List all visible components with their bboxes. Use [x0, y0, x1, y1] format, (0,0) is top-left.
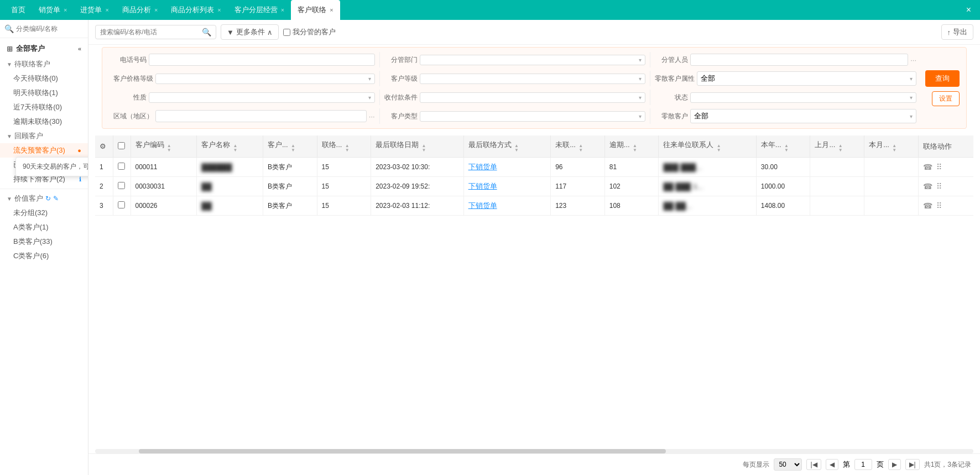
filter-person: 分管人员 ···	[650, 54, 921, 66]
sidebar-all-customers[interactable]: ⊞ 全部客户 «	[0, 40, 88, 57]
filter-department-select[interactable]: ▾	[420, 55, 646, 65]
sidebar-group-pending[interactable]: ▼ 待联络客户	[0, 57, 88, 71]
tab-customer-contact[interactable]: 客户联络 ×	[291, 0, 340, 20]
more-filter-btn[interactable]: ▼ 更多条件 ∧	[221, 24, 279, 40]
row-checkbox[interactable]	[118, 182, 125, 189]
sort-arrows-month[interactable]: ▲▼	[892, 144, 896, 153]
contact-icon[interactable]: ☎	[923, 182, 932, 191]
filter-nature-select[interactable]: ▾	[149, 92, 375, 103]
main-search-input[interactable]	[100, 28, 200, 36]
cell-contact-count: 15	[317, 177, 371, 196]
last-method-link[interactable]: 下销货单	[468, 163, 497, 171]
close-tab-customer-contact[interactable]: ×	[330, 7, 333, 13]
tab-customer-tier[interactable]: 客户分层经营 ×	[228, 0, 291, 20]
sort-arrows-type[interactable]: ▲▼	[291, 144, 295, 153]
filter-region-input[interactable]	[155, 110, 367, 122]
settings-icon[interactable]: ⚙	[100, 142, 106, 150]
filter-customer-type-select[interactable]: ▾	[420, 111, 646, 122]
chevron-down-icon: ▾	[639, 57, 642, 63]
close-tab-product-analysis[interactable]: ×	[154, 7, 158, 13]
sort-arrows-uncontacted[interactable]: ▲▼	[578, 144, 583, 153]
my-customer-checkbox[interactable]	[283, 29, 290, 36]
tab-purchase-order[interactable]: 进货单 ×	[74, 0, 115, 20]
cell-checkbox[interactable]	[113, 196, 131, 216]
arrow-icon: ▼	[7, 61, 12, 67]
more-action-icon[interactable]: ⠿	[936, 182, 942, 191]
sidebar-item-warn[interactable]: 流失预警客户(3) ●	[0, 143, 88, 158]
filter-person-input[interactable]	[690, 54, 908, 66]
sort-arrows-name[interactable]: ▲▼	[233, 144, 238, 153]
row-checkbox[interactable]	[118, 201, 125, 208]
sidebar-item-classA[interactable]: A类客户(1)	[0, 220, 88, 234]
horizontal-scrollbar[interactable]	[95, 449, 973, 453]
sidebar-group-review[interactable]: ▼ 回顾客户	[0, 129, 88, 143]
per-page-select[interactable]: 50 100	[774, 458, 802, 471]
filter-retail-attr-select[interactable]: 全部 ▾	[697, 71, 916, 86]
last-method-link[interactable]: 下销货单	[468, 201, 497, 210]
main-search-icon[interactable]: 🔍	[202, 28, 211, 36]
sidebar-item-week[interactable]: 近7天待联络(0)	[0, 100, 88, 114]
refresh-icon-value[interactable]: ↻	[45, 195, 51, 202]
contact-icon[interactable]: ☎	[923, 201, 932, 210]
close-tab-sales-order[interactable]: ×	[64, 7, 67, 13]
tab-product-analysis-list[interactable]: 商品分析列表 ×	[164, 0, 227, 20]
sidebar-item-today[interactable]: 今天待联络(0)	[0, 71, 88, 86]
sort-arrows-lmonth[interactable]: ▲▼	[838, 144, 843, 153]
sidebar-item-classC[interactable]: C类客户(6)	[0, 249, 88, 263]
tab-product-analysis[interactable]: 商品分析 ×	[116, 0, 164, 20]
select-all-checkbox[interactable]	[118, 142, 125, 149]
export-btn[interactable]: ↑ 导出	[941, 24, 974, 40]
scroll-thumb[interactable]	[139, 449, 666, 453]
close-tab-purchase-order[interactable]: ×	[105, 7, 108, 13]
page-input[interactable]	[854, 459, 872, 470]
first-page-btn[interactable]: |◀	[806, 459, 821, 470]
sort-arrows-date[interactable]: ▲▼	[422, 144, 426, 153]
tab-home[interactable]: 首页	[4, 0, 32, 20]
sidebar-item-overdue[interactable]: 逾期未联络(30)	[0, 114, 88, 129]
more-action-icon[interactable]: ⠿	[936, 163, 942, 171]
window-close-btn[interactable]: ×	[962, 5, 976, 15]
sort-arrows-overdue[interactable]: ▲▼	[633, 144, 637, 153]
sort-arrows-person[interactable]: ▲▼	[717, 144, 721, 153]
close-tab-product-analysis-list[interactable]: ×	[217, 7, 221, 13]
filter-panel-wrap: 电话号码 分管部门 ▾	[88, 45, 980, 135]
chevron-down-icon-9: ▾	[910, 113, 913, 119]
next-page-btn[interactable]: ▶	[888, 459, 901, 470]
filter-customer-level-select[interactable]: ▾	[420, 74, 646, 84]
sidebar-item-classB[interactable]: B类客户(33)	[0, 234, 88, 249]
cell-checkbox[interactable]	[113, 177, 131, 196]
sort-arrows-contact[interactable]: ▲▼	[345, 144, 350, 153]
more-action-icon[interactable]: ⠿	[936, 201, 942, 210]
chevron-down-icon-3: ▾	[639, 76, 642, 82]
last-method-link[interactable]: 下销货单	[468, 182, 497, 190]
cell-checkbox[interactable]	[113, 158, 131, 177]
close-tab-customer-tier[interactable]: ×	[281, 7, 284, 13]
sort-arrows-year[interactable]: ▲▼	[784, 144, 789, 153]
edit-icon-value[interactable]: ✎	[53, 195, 59, 202]
sort-arrows-code[interactable]: ▲▼	[167, 144, 171, 153]
sidebar-item-tomorrow[interactable]: 明天待联络(1)	[0, 86, 88, 100]
cell-last-month	[810, 196, 864, 216]
more-dots-icon-person[interactable]: ···	[910, 56, 916, 64]
sidebar-group-value[interactable]: ▼ 价值客户 ↻ ✎	[0, 191, 88, 206]
my-customer-checkbox-wrap[interactable]: 我分管的客户	[283, 27, 336, 37]
settings-btn[interactable]: 设置	[932, 91, 960, 106]
filter-phone-input[interactable]	[149, 54, 375, 66]
filter-payment-select[interactable]: ▾	[420, 92, 646, 103]
cell-this-year: 1408.00	[756, 196, 810, 216]
last-page-btn[interactable]: ▶|	[905, 459, 920, 470]
sidebar-item-ungroup[interactable]: 未分组(32)	[0, 206, 88, 220]
contact-icon[interactable]: ☎	[923, 163, 932, 171]
col-settings[interactable]: ⚙	[95, 135, 113, 158]
row-checkbox[interactable]	[118, 163, 125, 170]
filter-price-level-select[interactable]: ▾	[155, 74, 375, 84]
sidebar-search-input[interactable]	[16, 25, 84, 33]
sort-arrows-method[interactable]: ▲▼	[514, 144, 519, 153]
query-btn[interactable]: 查询	[925, 70, 960, 87]
col-uncontacted: 未联... ▲▼	[551, 135, 605, 158]
filter-status-select[interactable]: ▾	[690, 92, 916, 103]
tab-sales-order[interactable]: 销货单 ×	[32, 0, 74, 20]
prev-page-btn[interactable]: ◀	[826, 459, 838, 470]
more-dots-icon-region[interactable]: ···	[369, 112, 375, 121]
filter-retail-customer-select[interactable]: 全部 ▾	[690, 109, 916, 123]
